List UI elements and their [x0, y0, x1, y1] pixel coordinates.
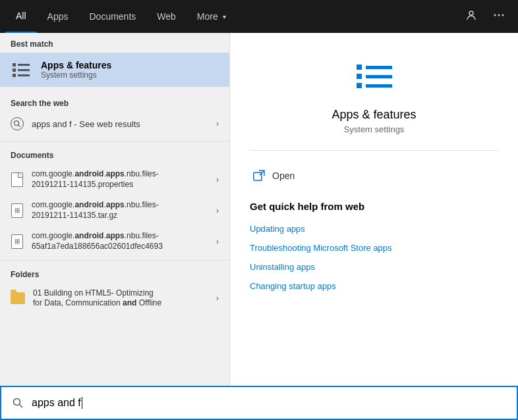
best-match-title: Apps & features [41, 60, 111, 70]
nav-icons [463, 7, 513, 26]
doc-name-1: com.google.android.apps.nbu.files-201912… [32, 169, 159, 190]
app-subtitle: System settings [344, 124, 405, 134]
doc-name-2: com.google.android.apps.nbu.files-201912… [32, 200, 159, 221]
feedback-icon[interactable] [463, 7, 480, 26]
chevron-right-icon: › [216, 119, 219, 128]
best-match-text: Apps & features System settings [41, 60, 111, 80]
svg-point-8 [14, 399, 20, 406]
open-icon [252, 169, 266, 182]
folder-item-1[interactable]: 01 Building on HTML5- Optimizingfor Data… [0, 283, 229, 314]
chevron-right-icon-3: › [216, 237, 219, 246]
tab-documents[interactable]: Documents [78, 0, 146, 33]
svg-line-9 [20, 405, 23, 408]
main-content: Best match Apps & features System settin… [0, 33, 518, 386]
documents-label: Documents [0, 144, 229, 164]
file-icon-2 [11, 203, 24, 219]
search-input-text: apps and f [32, 397, 506, 409]
tab-apps[interactable]: Apps [37, 0, 79, 33]
open-button[interactable]: Open [250, 164, 498, 188]
folders-label: Folders [0, 263, 229, 283]
doc-item-1[interactable]: com.google.android.apps.nbu.files-201912… [0, 164, 229, 195]
divider-1 [0, 141, 229, 142]
help-link-3[interactable]: Uninstalling apps [250, 259, 498, 275]
file-icon-1 [11, 172, 24, 188]
web-search-section: Search the web apps and f - See web resu… [0, 87, 229, 138]
chevron-down-icon: ▾ [223, 13, 226, 20]
folder-icon-1 [11, 292, 25, 304]
doc-name-3: com.google.android.apps.nbu.files-65af1a… [32, 231, 163, 251]
web-search-item[interactable]: apps and f - See web results › [0, 112, 229, 136]
web-search-label: Search the web [0, 92, 229, 112]
svg-point-1 [494, 14, 496, 16]
app-title: Apps & features [331, 108, 416, 122]
app-detail: Apps & features System settings [250, 53, 498, 151]
doc-item-2[interactable]: com.google.android.apps.nbu.files-201912… [0, 195, 229, 226]
tab-web[interactable]: Web [146, 0, 187, 33]
top-nav: All Apps Documents Web More ▾ [0, 0, 518, 33]
folder-name-1: 01 Building on HTML5- Optimizingfor Data… [33, 288, 161, 309]
svg-point-2 [498, 14, 500, 16]
chevron-right-icon-2: › [216, 206, 219, 215]
more-options-icon[interactable] [490, 7, 507, 26]
chevron-right-icon-1: › [216, 175, 219, 184]
apps-features-icon [11, 59, 32, 80]
quick-help-title: Get quick help from web [250, 201, 498, 212]
svg-line-5 [18, 125, 20, 127]
cursor [82, 397, 82, 409]
svg-point-3 [502, 14, 504, 16]
right-panel: Apps & features System settings Open Get… [229, 33, 518, 386]
web-search-query: apps and f - See web results [32, 119, 140, 129]
best-match-subtitle: System settings [41, 70, 111, 80]
best-match-label: Best match [0, 33, 229, 53]
best-match-item[interactable]: Apps & features System settings [0, 53, 229, 87]
tab-all[interactable]: All [5, 0, 37, 33]
tab-more[interactable]: More ▾ [187, 0, 237, 33]
help-link-1[interactable]: Updating apps [250, 221, 498, 236]
svg-point-4 [14, 121, 19, 126]
web-search-icon [11, 117, 24, 130]
left-panel: Best match Apps & features System settin… [0, 33, 229, 386]
help-link-2[interactable]: Troubleshooting Microsoft Store apps [250, 240, 498, 255]
svg-point-0 [469, 11, 473, 15]
apps-features-large-icon [351, 53, 398, 100]
open-label: Open [272, 171, 295, 181]
divider-2 [0, 260, 229, 261]
file-icon-3 [11, 234, 24, 249]
search-icon [12, 397, 24, 409]
chevron-right-icon-folder: › [216, 294, 219, 303]
search-bar[interactable]: apps and f [0, 386, 518, 420]
doc-item-3[interactable]: com.google.android.apps.nbu.files-65af1a… [0, 226, 229, 257]
help-link-4[interactable]: Changing startup apps [250, 278, 498, 294]
